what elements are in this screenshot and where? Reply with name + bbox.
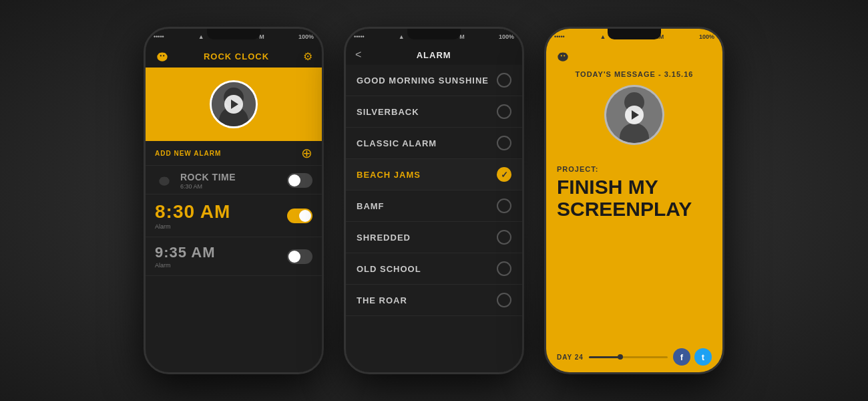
video-banner	[146, 68, 322, 141]
alarm-name-sunshine: GOOD MORNING SUNSHINE	[357, 76, 489, 86]
twitter-button[interactable]: t	[694, 348, 712, 366]
add-icon[interactable]: ⊕	[301, 146, 312, 160]
alarm-name-beach: BEACH JAMS	[357, 170, 421, 180]
alarm-name-classic: CLASSIC ALARM	[357, 138, 437, 148]
today-date: TODAY'S MESSAGE - 3.15.16	[576, 70, 694, 78]
radio-roar[interactable]	[497, 293, 511, 307]
radio-oldschool[interactable]	[497, 261, 511, 276]
alarm-label-935: Alarm	[155, 262, 216, 269]
app-header-1: ROCK CLOCK ⚙	[146, 45, 322, 68]
status-bar-3: ••••• ▲ 8:31 AM 100%	[546, 29, 722, 45]
phone-todays-message: ••••• ▲ 8:31 AM 100% TODAY'S MESSAGE - 3…	[544, 27, 724, 374]
phone3-bottom: PROJECT: FINISH MY SCREENPLAY DAY 24 f t	[546, 156, 722, 372]
alarm-name-shredded: SHREDDED	[357, 233, 411, 243]
msg-header	[546, 45, 722, 68]
alarm-item-935[interactable]: 9:35 AM Alarm	[146, 237, 322, 276]
wifi-icon-2: ▲	[399, 33, 405, 40]
time-2: 11:14 PM	[439, 33, 465, 40]
radio-beach[interactable]: ✓	[497, 167, 511, 182]
add-alarm-label: ADD NEW ALARM	[155, 150, 221, 157]
svg-point-6	[159, 177, 169, 186]
social-icons: f t	[673, 348, 712, 366]
alarm-item-rock-time[interactable]: ROCK TIME 6:30 AM	[146, 166, 322, 194]
back-button[interactable]: <	[355, 49, 361, 61]
signal-dots-2: •••••	[354, 33, 365, 40]
alarm-name-bamf: BAMF	[357, 201, 385, 211]
alarm-time-label-1: 6:30 AM	[180, 183, 236, 190]
radio-classic[interactable]	[497, 136, 511, 150]
battery-2: 100%	[499, 33, 514, 40]
project-title: FINISH MY SCREENPLAY	[557, 176, 712, 220]
progress-bar	[589, 356, 668, 358]
toggle-rock-time[interactable]	[287, 173, 312, 188]
alarm-name-roar: THE ROAR	[357, 295, 407, 305]
toggle-830[interactable]	[287, 209, 312, 223]
play-button-3[interactable]	[625, 106, 644, 124]
avatar-circle-1	[210, 80, 258, 128]
signal-dots-1: •••••	[154, 33, 164, 40]
svg-point-13	[561, 55, 562, 56]
phone3-top: TODAY'S MESSAGE - 3.15.16	[546, 68, 722, 156]
phone-alarm-list: ••••• ▲ 11:14 PM 100% < ALARM GOOD MORNI…	[344, 27, 524, 374]
svg-point-14	[564, 55, 565, 56]
time-1: 11:14 PM	[238, 33, 264, 40]
alarm-option-sunshine[interactable]: GOOD MORNING SUNSHINE	[346, 65, 522, 96]
alarm-option-beach[interactable]: BEACH JAMS ✓	[346, 159, 522, 190]
gear-icon[interactable]: ⚙	[303, 50, 312, 63]
alarm-option-roar[interactable]: THE ROAR	[346, 285, 522, 316]
alarm-label-830: Alarm	[155, 223, 230, 230]
app-title: ROCK CLOCK	[204, 51, 269, 61]
bull-icon-dim	[155, 171, 174, 190]
alarm-name-rock-time: ROCK TIME	[180, 172, 236, 182]
time-3: 8:31 AM	[641, 33, 664, 40]
radio-silverback[interactable]	[497, 104, 511, 119]
alarm-item-830[interactable]: 8:30 AM Alarm	[146, 194, 322, 237]
progress-row: DAY 24 f t	[557, 348, 712, 366]
bull-icon	[155, 49, 170, 63]
alarm-options-list: GOOD MORNING SUNSHINE SILVERBACK CLASSIC…	[346, 65, 522, 372]
wifi-icon-1: ▲	[198, 33, 204, 40]
alarm-option-classic[interactable]: CLASSIC ALARM	[346, 128, 522, 159]
project-label: PROJECT:	[557, 165, 712, 173]
status-bar-2: ••••• ▲ 11:14 PM 100%	[346, 29, 522, 45]
phone-rock-clock: ••••• ▲ 11:14 PM 100% ROCK CLOCK ⚙	[144, 27, 324, 374]
alarm-option-bamf[interactable]: BAMF	[346, 190, 522, 222]
alarm-option-silverback[interactable]: SILVERBACK	[346, 96, 522, 128]
signal-dots-3: •••••	[554, 33, 565, 40]
battery-3: 100%	[699, 33, 714, 40]
alarm-header: < ALARM	[346, 45, 522, 65]
svg-point-5	[163, 55, 164, 56]
radio-bamf[interactable]	[497, 198, 511, 213]
day-label: DAY 24	[557, 354, 584, 361]
alarm-title: ALARM	[417, 50, 451, 60]
alarm-name-oldschool: OLD SCHOOL	[357, 264, 421, 274]
add-alarm-row[interactable]: ADD NEW ALARM ⊕	[146, 141, 322, 166]
svg-point-4	[160, 55, 162, 56]
radio-sunshine[interactable]	[497, 73, 511, 88]
alarm-name-silverback: SILVERBACK	[357, 107, 419, 117]
radio-shredded[interactable]	[497, 230, 511, 245]
alarm-option-shredded[interactable]: SHREDDED	[346, 222, 522, 253]
wifi-icon-3: ▲	[600, 33, 606, 40]
phone1-content: ADD NEW ALARM ⊕ ROCK TIME 6:30 AM	[146, 141, 322, 372]
status-bar-1: ••••• ▲ 11:14 PM 100%	[146, 29, 322, 45]
toggle-935[interactable]	[287, 249, 312, 264]
alarm-time-830: 8:30 AM	[155, 201, 230, 223]
alarm-time-935: 9:35 AM	[155, 244, 216, 261]
facebook-button[interactable]: f	[673, 348, 690, 366]
play-button-1[interactable]	[224, 95, 243, 114]
avatar-lg	[604, 85, 664, 145]
alarm-option-oldschool[interactable]: OLD SCHOOL	[346, 253, 522, 285]
bull-icon-3	[556, 49, 570, 63]
battery-1: 100%	[298, 33, 314, 40]
